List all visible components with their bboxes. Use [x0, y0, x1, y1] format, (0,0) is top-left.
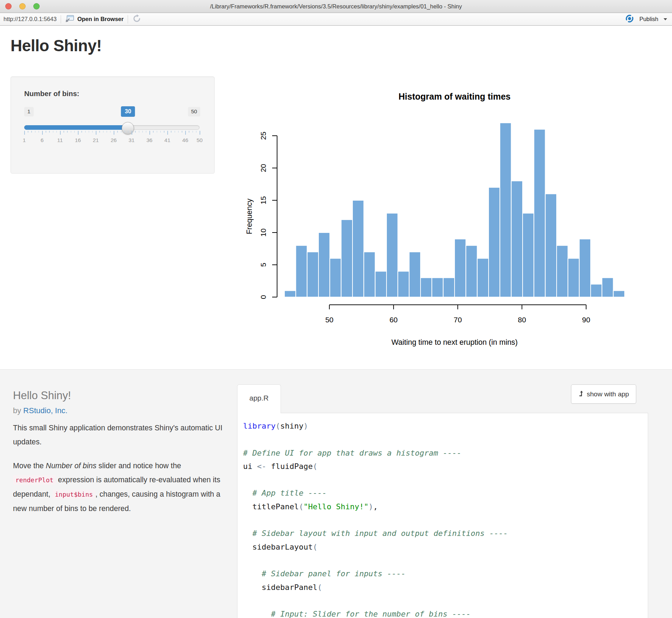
open-in-browser-label: Open in Browser	[77, 16, 123, 22]
slider-grid-label: 16	[70, 137, 86, 143]
app-content: Hello Shiny! Number of bins: 1 50 30 161…	[0, 26, 672, 369]
histogram-bar	[318, 233, 330, 297]
page-title: Hello Shiny!	[11, 36, 102, 55]
svg-text:60: 60	[389, 316, 397, 324]
histogram-bar	[591, 284, 602, 297]
slider-grid-label: 11	[52, 137, 68, 143]
histogram-bar	[341, 220, 352, 297]
slider-grid-label: 36	[142, 137, 157, 143]
code-panel: library(shiny) # Define UI for app that …	[237, 413, 648, 618]
histogram-bar	[500, 123, 511, 297]
slider-min-badge: 1	[24, 107, 34, 116]
showcase-section: Hello Shiny! by RStudio, Inc. This small…	[0, 369, 672, 618]
y-axis-label: Frequency	[245, 199, 254, 234]
slider-grid-label: 1	[16, 137, 32, 143]
histogram-bar	[523, 213, 534, 297]
app-url-label: http://127.0.0.1:5643	[4, 16, 56, 22]
slider-max-badge: 50	[188, 107, 200, 116]
slider-grid-label: 46	[177, 137, 193, 143]
description-body: This small Shiny application demonstrate…	[13, 421, 223, 516]
histogram-bar	[466, 246, 477, 297]
svg-text:0: 0	[259, 295, 267, 299]
publish-button[interactable]: Publish	[625, 14, 667, 24]
publish-label: Publish	[639, 16, 658, 22]
slider-value-badge: 30	[121, 106, 135, 117]
slider-grid-label: 6	[34, 137, 50, 143]
histogram-bar	[534, 129, 545, 297]
histogram-bar	[387, 213, 398, 297]
level-up-icon	[578, 390, 584, 398]
histogram-bar	[364, 252, 375, 297]
window-titlebar: /Library/Frameworks/R.framework/Versions…	[0, 0, 672, 13]
svg-text:5: 5	[259, 263, 267, 267]
histogram-bar	[307, 252, 318, 297]
svg-text:15: 15	[259, 196, 267, 204]
toolbar-separator	[61, 15, 61, 23]
slider-grid-label: 50	[192, 137, 207, 143]
histogram-bar	[375, 271, 387, 297]
histogram-bar	[613, 291, 625, 297]
refresh-button[interactable]	[132, 14, 141, 25]
histogram-bar	[455, 239, 466, 297]
tab-app-r[interactable]: app.R	[237, 384, 281, 413]
byline-prefix: by	[13, 406, 23, 415]
histogram-bar	[398, 271, 409, 297]
slider-grid-label: 41	[160, 137, 175, 143]
slider-fill	[24, 125, 128, 130]
description-paragraph-1: This small Shiny application demonstrate…	[13, 421, 223, 449]
slider-grid-label: 21	[88, 137, 103, 143]
histogram-bar	[557, 246, 568, 297]
chart-title: Histogram of waiting times	[398, 92, 510, 101]
histogram-bar	[432, 278, 443, 297]
histogram-bar	[602, 278, 613, 297]
svg-text:50: 50	[325, 316, 333, 324]
svg-text:70: 70	[453, 316, 462, 324]
slider-grid-label: 31	[124, 137, 139, 143]
histogram-bar	[545, 194, 557, 297]
open-in-browser-button[interactable]: Open in Browser	[65, 15, 123, 24]
histogram-bar	[296, 246, 307, 297]
x-axis-label: Waiting time to next eruption (in mins)	[391, 338, 518, 347]
histogram-bar	[443, 278, 455, 297]
histogram-bar	[489, 187, 500, 297]
svg-text:90: 90	[582, 316, 590, 324]
slider-label: Number of bins:	[24, 89, 79, 98]
histogram-bar	[409, 252, 421, 297]
svg-text:80: 80	[518, 316, 526, 324]
show-with-app-button[interactable]: show with app	[571, 384, 636, 404]
histogram-bar	[421, 278, 432, 297]
byline: by RStudio, Inc.	[13, 406, 67, 415]
show-with-app-label: show with app	[587, 390, 629, 398]
caret-down-icon	[664, 18, 667, 20]
histogram-bar	[330, 258, 341, 297]
slider-grid-label: 26	[106, 137, 121, 143]
description-heading: Hello Shiny!	[13, 389, 71, 402]
histogram-plot: Histogram of waiting times0510152025Freq…	[224, 85, 670, 362]
svg-text:20: 20	[259, 164, 267, 172]
histogram-bar	[284, 291, 296, 297]
histogram-bar	[579, 239, 591, 297]
rstudio-link[interactable]: RStudio, Inc.	[23, 406, 67, 415]
histogram-bar	[352, 200, 364, 297]
sidebar-panel: Number of bins: 1 50 30 1611162126313641…	[11, 76, 215, 174]
window-title: /Library/Frameworks/R.framework/Versions…	[0, 0, 672, 13]
open-in-browser-icon	[65, 15, 74, 24]
svg-text:25: 25	[259, 132, 267, 140]
viewer-toolbar: http://127.0.0.1:5643 Open in Browser	[0, 13, 672, 26]
histogram-bar	[511, 181, 523, 297]
source-code: library(shiny) # Define UI for app that …	[237, 413, 648, 618]
refresh-icon	[132, 14, 141, 25]
histogram-bar	[568, 258, 579, 297]
publish-icon	[625, 14, 634, 24]
histogram-bar	[477, 258, 489, 297]
description-paragraph-2: Move the Number of bins slider and notic…	[13, 459, 223, 516]
svg-text:10: 10	[259, 228, 267, 236]
toolbar-separator	[128, 15, 128, 23]
